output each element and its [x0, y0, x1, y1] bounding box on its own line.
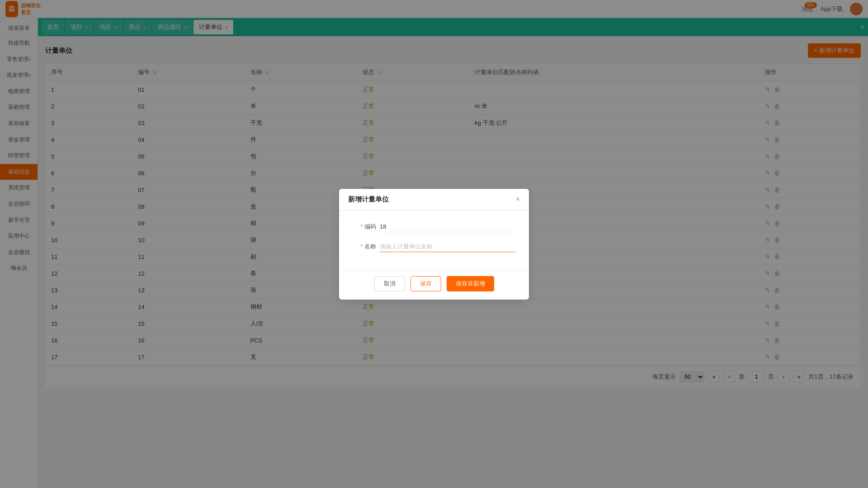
code-label: * 编码	[353, 223, 380, 231]
code-input[interactable]	[380, 221, 515, 232]
save-and-new-button[interactable]: 保存并新增	[447, 276, 494, 291]
name-label: * 名称	[353, 243, 380, 251]
dialog-body: * 编码 * 名称	[339, 211, 529, 270]
add-unit-dialog: 新增计量单位 × * 编码 * 名称 取消 保存 保存并新增	[339, 189, 529, 300]
dialog-header: 新增计量单位 ×	[339, 189, 529, 211]
dialog-title: 新增计量单位	[348, 195, 389, 204]
form-row-code: * 编码	[353, 221, 515, 232]
name-input[interactable]	[380, 241, 515, 252]
dialog-close-button[interactable]: ×	[516, 195, 520, 203]
dialog-footer: 取消 保存 保存并新增	[339, 270, 529, 300]
cancel-button[interactable]: 取消	[374, 276, 405, 291]
form-row-name: * 名称	[353, 241, 515, 252]
modal-overlay: 新增计量单位 × * 编码 * 名称 取消 保存 保存并新增	[0, 0, 868, 488]
save-button[interactable]: 保存	[410, 276, 441, 291]
